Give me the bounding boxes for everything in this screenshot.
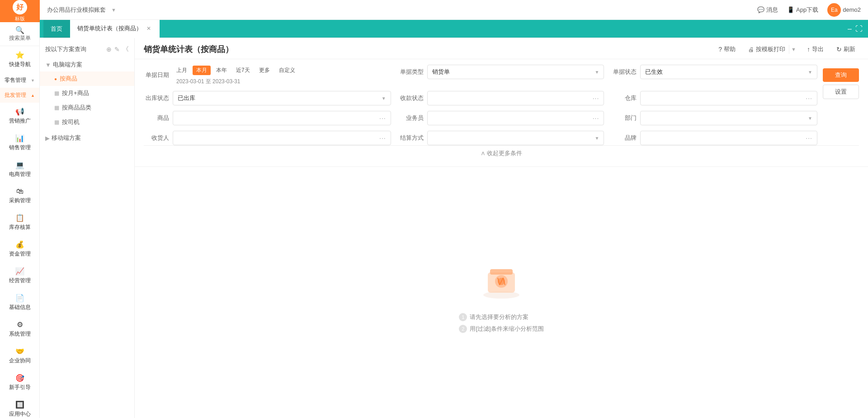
user-info[interactable]: Ea demo2 [827,3,861,17]
scheme-by-driver-item[interactable]: ▦ 按司机 [40,115,134,129]
quick-nav-item[interactable]: ⭐ 快捷导航 [0,46,39,73]
maximize-btn[interactable]: ⛶ [855,25,863,33]
date-this-month-btn[interactable]: 本月 [193,66,211,75]
tab-close-btn[interactable]: ✕ [146,25,152,32]
search-menu-item[interactable]: 🔍 搜索菜单 [0,22,39,46]
newbie-guide-nav-item[interactable]: 🎯 新手引导 [0,369,39,396]
app-subtitle: 标版 [15,15,25,22]
settlement-label: 结算方式 [398,134,424,142]
finance-nav-item[interactable]: 💰 资金管理 [0,236,39,262]
tab-sales-report-label: 销货单统计表（按商品） [77,24,142,33]
salesperson-control[interactable]: ··· [427,111,604,125]
app-download-btn[interactable]: 📱 App下载 [787,6,818,14]
refresh-label: 刷新 [844,45,855,53]
marketing-nav-icon: 📢 [15,107,24,116]
status-filter-control[interactable]: 已生效 ▼ [640,65,817,79]
tip-text-2: 用[过滤]条件来缩小分析范围 [470,325,543,333]
tabbar: 首页 销货单统计表（按商品） ✕ – ⛶ [40,20,868,38]
tab-sales-report[interactable]: 销货单统计表（按商品） ✕ [70,20,160,38]
goods-dots: ··· [379,114,386,122]
operations-nav-item[interactable]: 📈 经营管理 [0,262,39,289]
date-last-month-btn[interactable]: 上月 [173,65,191,76]
desktop-scheme-label: 电脑端方案 [53,61,82,69]
template-print-btn[interactable]: 🖨 按模板打印 ▼ [745,43,798,55]
topbar-breadcrumb: 办公用品行业模拟账套 [47,6,106,14]
out-status-value: 已出库 [178,94,195,102]
app-center-nav-item[interactable]: 🔲 应用中心 [0,396,39,418]
receipt-status-label: 收款状态 [398,94,424,102]
desktop-scheme-group: ▼ 电脑端方案 ● 按商品 ▦ 按月+商品 ▦ 按商品品类 ▦ 按司机 [40,58,134,129]
type-filter-item: 单据类型 销货单 ▼ [398,65,604,79]
type-filter-control[interactable]: 销货单 ▼ [427,65,604,79]
ecommerce-nav-item[interactable]: 💻 电商管理 [0,156,39,183]
ecommerce-nav-icon: 💻 [15,161,24,169]
desktop-scheme-header[interactable]: ▼ 电脑端方案 [40,58,134,71]
warehouse-control[interactable]: ··· [640,91,817,105]
svg-rect-2 [490,269,513,275]
inventory-nav-icon: 📋 [15,214,24,222]
tab-home[interactable]: 首页 [43,20,70,38]
desktop-scheme-arrow: ▼ [45,62,51,68]
logo-icon: 好 [13,0,27,14]
marketing-nav-label: 营销推广 [9,117,31,125]
empty-tip-2: 2 用[过滤]条件来缩小分析范围 [459,325,543,333]
app-center-label: 应用中心 [9,410,31,418]
date-more-btn[interactable]: 更多 [255,65,274,76]
marketing-nav-item[interactable]: 📢 营销推广 [0,103,39,129]
tip-num-2: 2 [459,325,467,333]
scheme-by-category-label: 按商品品类 [62,104,91,112]
out-status-control[interactable]: 已出库 ▼ [173,91,391,105]
mobile-scheme-header[interactable]: ▶ 移动端方案 [40,131,134,145]
brand-control[interactable]: ··· [640,131,817,145]
type-filter-value: 销货单 [432,68,450,76]
basic-info-nav-label: 基础信息 [9,304,31,311]
purchase-nav-item[interactable]: 🛍 采购管理 [0,183,39,209]
scheme-by-category-item[interactable]: ▦ 按商品品类 [40,100,134,115]
consignee-control[interactable]: ··· [173,131,391,145]
message-btn[interactable]: 💬 消息 [757,6,778,14]
topbar-dropdown-icon[interactable]: ▼ [111,7,116,13]
receipt-status-control[interactable]: ··· [427,91,604,105]
dept-control[interactable]: ▼ [640,111,817,125]
date-this-year-btn[interactable]: 本年 [212,65,231,76]
scheme-by-goods-item[interactable]: ● 按商品 [40,71,134,86]
purchase-nav-label: 采购管理 [9,197,31,204]
warehouse-dots: ··· [806,95,812,102]
empty-state: 1 请先选择要分析的方案 2 用[过滤]条件来缩小分析范围 [135,167,868,418]
date-7days-btn[interactable]: 近7天 [232,65,254,76]
wholesale-nav-item[interactable]: 批发管理 ▲ [0,88,39,103]
system-nav-item[interactable]: ⚙ 系统管理 [0,316,39,342]
template-print-main[interactable]: 🖨 按模板打印 [745,43,789,55]
collapse-bar[interactable]: ∧ 收起更多条件 [144,145,859,161]
warehouse-label: 仓库 [611,94,637,102]
edit-scheme-btn[interactable]: ✎ [114,46,120,53]
query-btn[interactable]: 查询 [823,68,859,82]
empty-svg [474,252,528,306]
filter-row-1: 单据日期 上月 本月 本年 近7天 更多 自定义 [144,65,817,86]
inventory-nav-item[interactable]: 📋 库存核算 [0,209,39,236]
page-actions: ? 帮助 🖨 按模板打印 ▼ ↑ 导出 [715,43,859,55]
page-header: 销货单统计表（按商品） ? 帮助 🖨 按模板打印 ▼ ↑ [135,38,868,59]
refresh-btn[interactable]: ↻ 刷新 [833,43,859,55]
export-btn[interactable]: ↑ 导出 [803,43,827,55]
add-scheme-btn[interactable]: ⊕ [106,46,112,53]
empty-tips: 1 请先选择要分析的方案 2 用[过滤]条件来缩小分析范围 [459,313,543,333]
tip-text-1: 请先选择要分析的方案 [470,313,528,321]
collapse-panel-btn[interactable]: 《 [123,45,129,53]
enterprise-collab-nav-item[interactable]: 🤝 企业协同 [0,342,39,369]
goods-control[interactable]: ··· [173,111,391,125]
enterprise-collab-icon: 🤝 [15,347,24,356]
basic-info-nav-item[interactable]: 📄 基础信息 [0,289,39,316]
retail-nav-arrow: ▼ [31,78,35,83]
help-btn[interactable]: ? 帮助 [715,43,739,55]
settings-btn[interactable]: 设置 [823,85,859,99]
sales-nav-item[interactable]: 📊 销售管理 [0,129,39,156]
filter-main: 单据日期 上月 本月 本年 近7天 更多 自定义 [144,65,817,145]
retail-nav-item[interactable]: 零售管理 ▼ [0,73,39,88]
settlement-control[interactable]: ▼ [427,131,604,145]
template-print-arrow[interactable]: ▼ [789,45,798,54]
minimize-btn[interactable]: – [848,25,852,33]
scheme-by-month-goods-item[interactable]: ▦ 按月+商品 [40,86,134,100]
operations-nav-label: 经营管理 [9,277,31,285]
date-custom-btn[interactable]: 自定义 [275,65,299,76]
